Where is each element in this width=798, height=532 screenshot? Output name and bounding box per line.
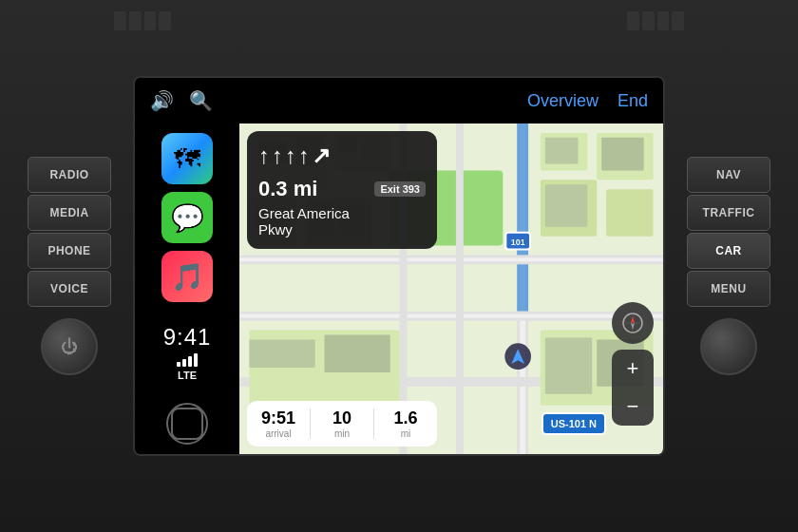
header-left: 🔊 🔍 — [150, 89, 213, 112]
svg-marker-45 — [631, 323, 635, 330]
vent-top-right — [627, 11, 684, 30]
nav-card: ↑ ↑ ↑ ↑ ↗ 0.3 mi Exit 393 Great America … — [247, 131, 437, 249]
arrival-cell: 9:51 arrival — [247, 408, 311, 439]
car-button[interactable]: CAR — [687, 233, 770, 269]
svg-rect-30 — [545, 138, 579, 164]
svg-rect-35 — [325, 334, 390, 372]
search-icon[interactable]: 🔍 — [189, 89, 213, 112]
traffic-button[interactable]: TRAFFIC — [687, 195, 770, 231]
svg-rect-37 — [545, 337, 592, 393]
maps-app-icon[interactable]: 🗺 — [162, 133, 213, 184]
svg-rect-29 — [606, 189, 653, 236]
nav-arrow-1: ↑ — [258, 142, 270, 169]
miles-label: mi — [374, 428, 437, 439]
arrival-label: arrival — [247, 428, 310, 439]
svg-rect-17 — [240, 257, 663, 261]
end-button[interactable]: End — [618, 91, 648, 111]
highway-badge: US-101 N — [542, 412, 606, 435]
phone-button[interactable]: PHONE — [28, 233, 111, 269]
media-button[interactable]: MEDIA — [28, 195, 111, 231]
miles-cell: 1.6 mi — [374, 408, 437, 439]
signal-bar-3 — [188, 356, 192, 367]
main-screen: 🔊 🔍 Overview End 🗺 💬 🎵 9:41 — [133, 76, 665, 456]
home-btn-inner — [171, 408, 203, 440]
right-panel: NAV TRAFFIC CAR MENU — [676, 66, 781, 466]
zoom-out-button[interactable]: − — [612, 388, 654, 426]
compass-icon — [621, 312, 644, 334]
signal-bar-2 — [182, 359, 186, 367]
power-icon: ⏻ — [61, 337, 78, 357]
signal-bars — [163, 353, 212, 367]
minutes-label: min — [311, 428, 373, 439]
left-panel: RADIO MEDIA PHONE VOICE ⏻ — [17, 66, 122, 466]
time-display: 9:41 LTE — [163, 324, 212, 381]
right-knob[interactable] — [700, 318, 757, 375]
svg-rect-22 — [456, 124, 464, 454]
svg-text:101: 101 — [511, 238, 525, 247]
messages-app-icon[interactable]: 💬 — [162, 192, 213, 243]
minutes-cell: 10 min — [311, 408, 374, 439]
home-button[interactable] — [166, 403, 208, 445]
lte-label: LTE — [163, 370, 212, 381]
map-controls: + − — [612, 302, 654, 426]
header-right: Overview End — [527, 91, 648, 111]
street-name-line2: Pkwy — [258, 221, 426, 238]
voice-button[interactable]: VOICE — [28, 271, 111, 307]
distance-row: 0.3 mi Exit 393 — [258, 177, 426, 201]
signal-bar-1 — [177, 362, 180, 367]
app-sidebar: 🗺 💬 🎵 9:41 LTE — [135, 124, 239, 454]
street-name-line1: Great America — [258, 205, 426, 221]
volume-icon[interactable]: 🔊 — [150, 89, 174, 112]
nav-button[interactable]: NAV — [687, 157, 770, 193]
map-area[interactable]: 101 — [239, 124, 663, 454]
signal-bar-4 — [194, 353, 198, 367]
svg-rect-34 — [249, 339, 314, 368]
svg-rect-32 — [545, 184, 587, 226]
nav-arrow-3: ↑ — [285, 142, 296, 169]
svg-marker-44 — [631, 316, 635, 323]
bottom-bar: 9:51 arrival 10 min 1.6 mi — [247, 401, 437, 446]
svg-rect-15 — [517, 124, 528, 312]
nav-arrow-2: ↑ — [272, 142, 283, 169]
zoom-in-button[interactable]: + — [612, 350, 654, 388]
exit-badge: Exit 393 — [374, 181, 426, 197]
compass-button[interactable] — [612, 302, 654, 344]
left-knob[interactable]: ⏻ — [41, 318, 98, 375]
vent-top-left — [114, 11, 171, 30]
distance-text: 0.3 mi — [258, 177, 317, 201]
svg-rect-31 — [601, 138, 643, 171]
time-text: 9:41 — [163, 324, 212, 351]
minutes-value: 10 — [311, 408, 373, 428]
radio-button[interactable]: RADIO — [28, 157, 111, 193]
arrow-row: ↑ ↑ ↑ ↑ ↗ — [258, 142, 426, 169]
svg-rect-19 — [240, 314, 663, 318]
car-unit: RADIO MEDIA PHONE VOICE ⏻ 🔊 🔍 Overview E… — [0, 0, 798, 532]
overview-button[interactable]: Overview — [527, 91, 598, 111]
screen-header: 🔊 🔍 Overview End — [135, 78, 663, 124]
music-app-icon[interactable]: 🎵 — [162, 251, 213, 302]
app-icons: 🗺 💬 🎵 — [162, 133, 213, 302]
zoom-buttons: + − — [612, 350, 654, 426]
nav-arrow-curve: ↗ — [312, 142, 331, 169]
menu-button[interactable]: MENU — [687, 271, 770, 307]
arrival-time: 9:51 — [247, 408, 310, 428]
nav-arrow-4: ↑ — [298, 142, 310, 169]
miles-value: 1.6 — [374, 408, 437, 428]
